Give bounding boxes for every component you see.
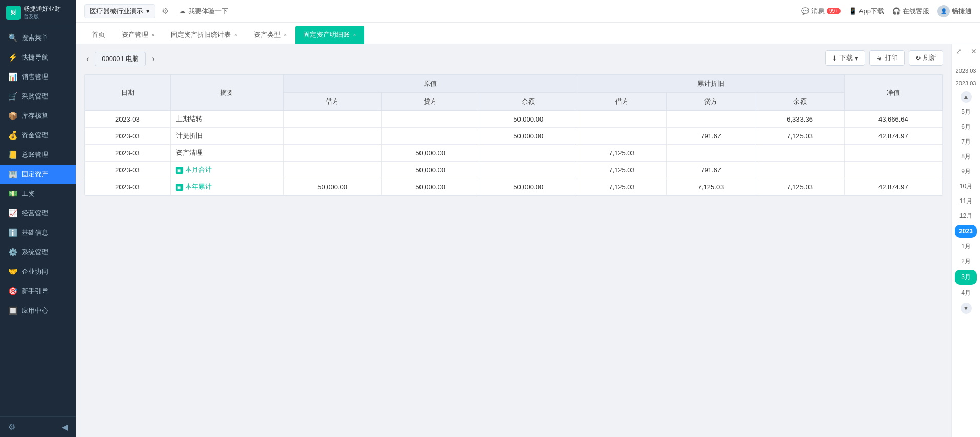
app-download-btn[interactable]: 📱 App下载	[849, 7, 884, 16]
sidebar-item-sales[interactable]: 📊 销售管理	[0, 67, 76, 87]
sidebar-item-system[interactable]: ⚙️ 系统管理	[0, 243, 76, 262]
basic-info-icon: ℹ️	[8, 228, 17, 237]
sidebar-item-ledger[interactable]: 📒 总账管理	[0, 145, 76, 165]
sidebar-label-quick-nav: 快捷导航	[22, 53, 48, 62]
timeline-month[interactable]: 6月	[952, 120, 980, 134]
td-value	[666, 145, 755, 162]
system-icon: ⚙️	[8, 248, 17, 257]
sidebar-item-inventory[interactable]: 📦 库存核算	[0, 106, 76, 126]
tab-label-home: 首页	[92, 30, 105, 39]
expand-icon[interactable]: ⤢	[956, 47, 962, 55]
sidebar-item-fixed-assets[interactable]: 🏢 固定资产	[0, 165, 76, 184]
operations-icon: 📈	[8, 209, 17, 218]
guide-icon: 🎯	[8, 287, 17, 296]
avatar: 👤	[937, 5, 950, 17]
td-value: 7,125.03	[577, 178, 667, 195]
td-date: 2023-03	[85, 162, 171, 178]
timeline-nav-down[interactable]: ▼	[961, 303, 972, 314]
timeline-month[interactable]: 8月	[952, 149, 980, 164]
sidebar-label-inventory: 库存核算	[22, 111, 48, 121]
sidebar-label-purchase: 采购管理	[22, 92, 48, 101]
collapse-icon[interactable]: ◀	[62, 422, 68, 432]
detail-table: 日期 摘要 原值 累计折旧 净值 借方 贷方 余额 借方 贷方 余额	[84, 74, 943, 196]
asset-code-tag[interactable]: 000001 电脑	[95, 52, 146, 66]
tab-close-asset-type[interactable]: ×	[284, 32, 287, 38]
sidebar-item-funds[interactable]: 💰 资金管理	[0, 126, 76, 145]
timeline-month[interactable]: 11月	[952, 194, 980, 209]
asset-nav: ‹ 000001 电脑 ›	[84, 52, 157, 66]
td-value: 7,125.03	[577, 162, 667, 178]
fixed-assets-icon: 🏢	[8, 170, 17, 179]
tab-label-asset-mgmt: 资产管理	[122, 30, 148, 39]
td-value	[479, 145, 577, 162]
tab-asset-type[interactable]: 资产类型×	[246, 26, 294, 44]
timeline-month[interactable]: 2月	[952, 254, 980, 269]
timeline-month[interactable]: 9月	[952, 164, 980, 179]
next-asset-btn[interactable]: ›	[150, 53, 156, 65]
sidebar-item-guide[interactable]: 🎯 新手引导	[0, 282, 76, 301]
user-profile[interactable]: 👤 畅捷通	[937, 5, 972, 17]
td-value: 7,125.03	[755, 178, 845, 195]
purchase-icon: 🛒	[8, 92, 17, 101]
td-value: 42,874.97	[844, 128, 942, 145]
tab-depreciation-table[interactable]: 固定资产折旧统计表×	[163, 26, 245, 44]
th-orig-debit: 借方	[284, 93, 382, 111]
tab-close-asset-mgmt[interactable]: ×	[151, 32, 154, 38]
timeline-month[interactable]: 4月	[952, 286, 980, 301]
tab-close-depreciation-table[interactable]: ×	[234, 32, 237, 38]
td-value: 42,874.97	[844, 178, 942, 195]
summary-text: 上期结转	[176, 115, 203, 123]
td-value	[284, 145, 382, 162]
sidebar-item-salary[interactable]: 💵 工资	[0, 184, 76, 204]
logo-icon: 财	[6, 6, 21, 20]
timeline-month[interactable]: 7月	[952, 134, 980, 149]
tab-asset-detail[interactable]: 固定资产明细账×	[295, 26, 364, 44]
print-btn[interactable]: 🖨 打印	[869, 50, 905, 66]
refresh-btn[interactable]: ↻ 刷新	[909, 50, 943, 66]
sidebar-item-enterprise[interactable]: 🤝 企业协同	[0, 262, 76, 282]
messages-btn[interactable]: 💬 消息 99+	[801, 7, 841, 16]
download-btn[interactable]: ⬇ 下载 ▾	[825, 50, 865, 66]
tab-close-asset-detail[interactable]: ×	[353, 32, 356, 38]
td-value	[284, 162, 382, 178]
tab-asset-mgmt[interactable]: 资产管理×	[114, 26, 162, 44]
timeline-month[interactable]: 12月	[952, 209, 980, 224]
settings-gear-icon[interactable]: ⚙	[162, 6, 169, 16]
company-name: 医疗器械行业演示	[90, 7, 143, 16]
timeline-month[interactable]: 5月	[952, 105, 980, 120]
summary-text: 计提折旧	[176, 132, 203, 140]
chevron-down-icon: ▾	[146, 7, 150, 15]
td-value	[382, 111, 479, 128]
timeline-month[interactable]: 10月	[952, 179, 980, 194]
message-badge: 99+	[827, 8, 841, 14]
sidebar-label-app-center: 应用中心	[22, 306, 48, 315]
timeline-month[interactable]: 3月	[955, 270, 977, 285]
timeline-current-year[interactable]: 2023	[955, 225, 977, 238]
td-value: 50,000.00	[284, 178, 382, 195]
prev-asset-btn[interactable]: ‹	[84, 53, 91, 65]
timeline-nav-up[interactable]: ▲	[961, 91, 972, 103]
sidebar-item-operations[interactable]: 📈 经营管理	[0, 204, 76, 223]
td-summary: ▣本年累计	[170, 178, 284, 195]
experience-button[interactable]: ☁ 我要体验一下	[175, 5, 232, 18]
table-row: 2023-03资产清理50,000.007,125.03	[85, 145, 943, 162]
sidebar-item-quick-nav[interactable]: ⚡ 快捷导航	[0, 48, 76, 67]
td-value	[577, 111, 667, 128]
summary-text: 资产清理	[176, 149, 203, 156]
close-icon[interactable]: ✕	[971, 47, 977, 55]
company-selector[interactable]: 医疗器械行业演示 ▾	[84, 4, 155, 18]
timeline-month[interactable]: 1月	[952, 239, 980, 254]
sidebar-item-basic-info[interactable]: ℹ️ 基础信息	[0, 223, 76, 243]
sidebar-item-app-center[interactable]: 🔲 应用中心	[0, 301, 76, 321]
settings-icon[interactable]: ⚙	[8, 422, 15, 432]
sidebar-item-purchase[interactable]: 🛒 采购管理	[0, 87, 76, 106]
service-icon: 🎧	[892, 7, 901, 15]
sidebar-item-search[interactable]: 🔍 搜索菜单	[0, 28, 76, 48]
tab-home[interactable]: 首页	[84, 26, 113, 44]
total-icon: ▣	[176, 167, 183, 174]
sidebar-label-basic-info: 基础信息	[22, 228, 48, 237]
th-accumulated-depreciation: 累计折旧	[577, 75, 845, 93]
funds-icon: 💰	[8, 131, 17, 140]
online-service-btn[interactable]: 🎧 在线客服	[892, 7, 929, 16]
logo-text: 畅捷通好业财 普及版	[24, 5, 61, 21]
